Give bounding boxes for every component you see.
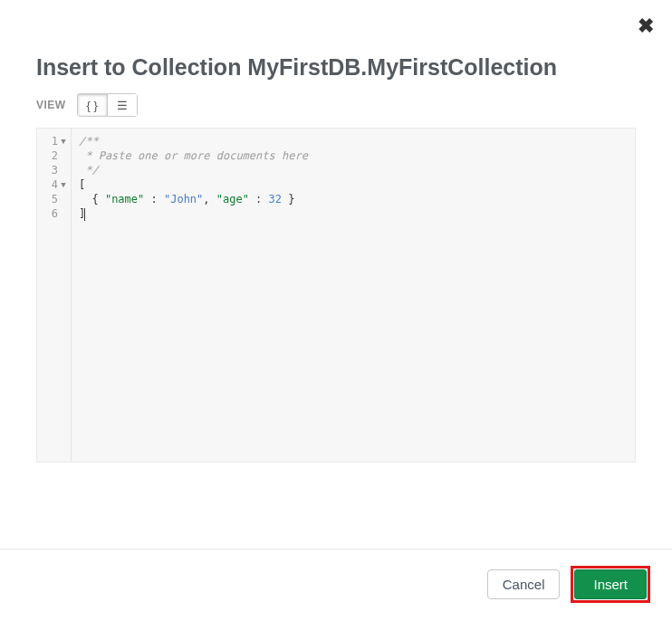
editor-content[interactable]: /** * Paste one or more documents here *… (72, 129, 635, 462)
editor-gutter: 1▼ 2 3 4▼ 5 6 (37, 129, 72, 462)
close-icon[interactable]: ✖ (638, 16, 654, 36)
view-label: VIEW (36, 99, 66, 111)
code-editor[interactable]: 1▼ 2 3 4▼ 5 6 /** * Paste one or more do… (36, 128, 636, 463)
braces-icon: { } (87, 99, 98, 112)
insert-button-highlight: Insert (571, 566, 650, 603)
modal-footer: Cancel Insert (0, 549, 672, 621)
fold-icon[interactable]: ▼ (60, 177, 67, 192)
view-toggle-group: { } ☰ (77, 93, 138, 117)
fold-icon[interactable]: ▼ (60, 134, 67, 148)
list-icon: ☰ (117, 99, 128, 112)
cursor-icon (84, 208, 85, 221)
view-list-button[interactable]: ☰ (107, 93, 138, 117)
view-mode-row: VIEW { } ☰ (36, 93, 636, 117)
view-json-button[interactable]: { } (77, 93, 108, 117)
insert-document-modal: ✖ Insert to Collection MyFirstDB.MyFirst… (0, 0, 672, 463)
insert-button[interactable]: Insert (574, 569, 647, 599)
modal-title: Insert to Collection MyFirstDB.MyFirstCo… (36, 54, 636, 81)
cancel-button[interactable]: Cancel (487, 569, 561, 599)
